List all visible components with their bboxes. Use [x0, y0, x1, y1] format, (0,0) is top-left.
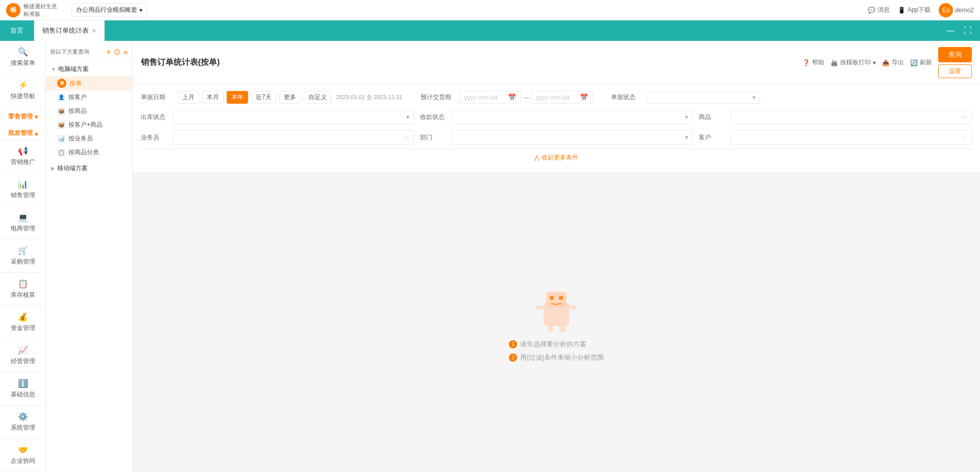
page-header: 销售订单统计表(按单) ❓ 帮助 🖨️ 按模板打印 ▾ 📤 — [133, 41, 980, 85]
info-icon: ℹ️ — [18, 379, 28, 388]
company-selector[interactable]: 办公用品行业模拟账套 ▾ — [71, 3, 147, 17]
tree-item-by-order[interactable]: 单 按单 — [46, 76, 132, 90]
sidebar-item-quick-nav[interactable]: ⚡ 快捷导航 — [0, 74, 45, 107]
sidebar-item-wholesale[interactable]: 批发管理 ▴ — [0, 124, 45, 140]
tab-maximize-btn[interactable]: ⛶ — [961, 25, 975, 36]
date-range-text: 2023-01-01 至 2023-12-31 — [336, 93, 403, 101]
sidebar-item-basic-info[interactable]: ℹ️ 基础信息 — [0, 372, 45, 406]
svg-rect-5 — [569, 305, 577, 310]
hint-num-1: 1 — [509, 340, 517, 348]
tree-item-by-category[interactable]: 📋 按商品分类 — [46, 146, 132, 159]
empty-state: 1 请先选择要分析的方案 2 用[过滤]条件来缩小分析范围 — [133, 172, 980, 472]
mobile-section-title[interactable]: ▶ 移动端方案 — [46, 161, 132, 175]
empty-hint-2: 2 用[过滤]条件来缩小分析范围 — [509, 353, 603, 362]
logo-icon: 畅 — [6, 3, 20, 17]
sidebar-item-ecommerce[interactable]: 💻 电商管理 — [0, 206, 45, 240]
sidebar-item-finance[interactable]: 💰 资金管理 — [0, 306, 45, 339]
settings-btn[interactable]: 设置 — [938, 64, 972, 78]
dept-select[interactable]: ▾ — [452, 130, 693, 145]
customer-more-icon[interactable]: ··· — [962, 134, 967, 141]
refresh-icon: 🔄 — [910, 59, 918, 66]
status-label: 单据状态 — [611, 93, 640, 102]
date-btn-7days[interactable]: 近7天 — [251, 91, 276, 104]
page-title: 销售订单统计表(按单) — [141, 57, 220, 68]
right-action-btns: 查询 设置 — [938, 47, 972, 78]
shipping-select[interactable]: ▾ — [173, 110, 414, 124]
query-btn[interactable]: 查询 — [938, 47, 972, 62]
sales-icon: 📊 — [18, 179, 28, 189]
template-print-btn[interactable]: 🖨️ 按模板打印 ▾ — [830, 58, 876, 67]
panel-collapse-btn[interactable]: « — [124, 48, 128, 57]
calendar-start-icon[interactable]: 📅 — [508, 93, 516, 101]
message-btn[interactable]: 💬 消息 — [868, 6, 890, 14]
expected-date-start[interactable]: yyyy-mm-dd 📅 — [459, 91, 521, 104]
goods-label: 商品 — [699, 113, 727, 122]
goods-more-icon[interactable]: ··· — [962, 113, 967, 121]
sidebar-item-business[interactable]: 📈 经营管理 — [0, 339, 45, 372]
tree-item-by-customer-goods[interactable]: 📦 按客户+商品 — [46, 118, 132, 132]
payment-chevron-icon: ▾ — [685, 113, 688, 121]
date-btn-more[interactable]: 更多 — [279, 91, 301, 104]
help-icon: ❓ — [802, 59, 810, 66]
goods-input[interactable]: ··· — [730, 110, 972, 124]
sidebar-item-retail[interactable]: 零售管理 ▾ — [0, 107, 45, 124]
customer-label: 客户 — [699, 133, 727, 142]
salesperson-more-icon[interactable]: ··· — [404, 134, 409, 141]
svg-rect-6 — [547, 325, 553, 332]
sidebar-item-marketing[interactable]: 📢 营销推广 — [0, 140, 45, 173]
sidebar-item-purchase[interactable]: 🛒 采购管理 — [0, 240, 45, 273]
sidebar-item-search[interactable]: 🔍 搜索菜单 — [0, 41, 45, 74]
system-icon: ⚙️ — [18, 412, 28, 421]
panel-add-btn[interactable]: + — [106, 48, 111, 57]
user-area[interactable]: Ea demo2 — [939, 3, 974, 17]
panel-edit-btn[interactable]: ⊙ — [114, 47, 120, 57]
payment-label: 收款状态 — [420, 113, 449, 122]
shipping-cell: 出库状态 ▾ — [141, 110, 414, 124]
dept-cell: 部门 ▾ — [420, 130, 693, 145]
sidebar-item-enterprise[interactable]: 🤝 企业协同 — [0, 439, 45, 472]
calendar-end-icon[interactable]: 📅 — [580, 93, 588, 101]
date-btn-this-month[interactable]: 本月 — [202, 91, 224, 104]
download-icon: 📱 — [898, 7, 905, 14]
shipping-label: 出库状态 — [141, 113, 169, 122]
message-icon: 💬 — [868, 7, 875, 14]
salesperson-input[interactable]: ··· — [173, 130, 414, 145]
export-btn[interactable]: 📤 导出 — [882, 58, 904, 67]
ecommerce-icon: 💻 — [18, 213, 28, 222]
app-download-btn[interactable]: 📱 App下载 — [898, 6, 930, 14]
svg-rect-3 — [559, 296, 563, 300]
sidebar-item-sales[interactable]: 📊 销售管理 — [0, 173, 45, 206]
customer-cell: 客户 ··· — [699, 130, 972, 145]
date-btn-custom[interactable]: 自定义 — [304, 91, 331, 104]
right-content: 销售订单统计表(按单) ❓ 帮助 🖨️ 按模板打印 ▾ 📤 — [133, 41, 980, 472]
refresh-btn[interactable]: 🔄 刷新 — [910, 58, 932, 67]
collapse-bar[interactable]: ⋀ 收起更多条件 — [141, 149, 972, 166]
empty-hints: 1 请先选择要分析的方案 2 用[过滤]条件来缩小分析范围 — [509, 340, 603, 362]
tree-item-by-salesperson[interactable]: 📊 按业务员 — [46, 132, 132, 146]
sidebar-item-inventory[interactable]: 📋 库存核算 — [0, 273, 45, 306]
date-btn-this-year[interactable]: 本年 — [227, 91, 248, 104]
pc-section-title[interactable]: ▼ 电脑端方案 — [46, 62, 132, 76]
tab-close-btn[interactable]: × — [92, 27, 96, 35]
tab-minimize-btn[interactable]: — — [943, 25, 958, 36]
tab-sales-order-stats[interactable]: 销售订单统计表 × — [34, 20, 105, 41]
expected-date-label: 预计交货期 — [421, 93, 451, 102]
filter-row-2: 出库状态 ▾ 收款状态 ▾ 商品 — [141, 110, 972, 124]
date-btn-last-month[interactable]: 上月 — [178, 91, 199, 104]
expected-date-end[interactable]: yyyy-mm-dd 📅 — [531, 91, 593, 104]
search-icon: 🔍 — [18, 47, 28, 57]
status-select[interactable]: ▾ — [648, 91, 760, 104]
payment-select[interactable]: ▾ — [452, 110, 693, 124]
business-icon: 📈 — [18, 345, 28, 355]
tree-item-by-goods[interactable]: 📦 按商品 — [46, 104, 132, 118]
customer-input[interactable]: ··· — [730, 130, 972, 145]
avatar: Ea — [939, 3, 953, 17]
svg-rect-7 — [559, 325, 566, 332]
tab-home[interactable]: 首页 — [0, 20, 34, 41]
export-icon: 📤 — [882, 59, 890, 66]
tree-item-by-customer[interactable]: 👤 按客户 — [46, 90, 132, 104]
sidebar-item-system[interactable]: ⚙️ 系统管理 — [0, 406, 45, 439]
help-btn[interactable]: ❓ 帮助 — [802, 58, 824, 67]
pc-section: ▼ 电脑端方案 单 按单 👤 按客户 📦 按商品 📦 按客户+商品 — [46, 61, 132, 160]
top-bar-left: 畅 畅捷通好生意 标准版 办公用品行业模拟账套 ▾ — [6, 3, 147, 17]
